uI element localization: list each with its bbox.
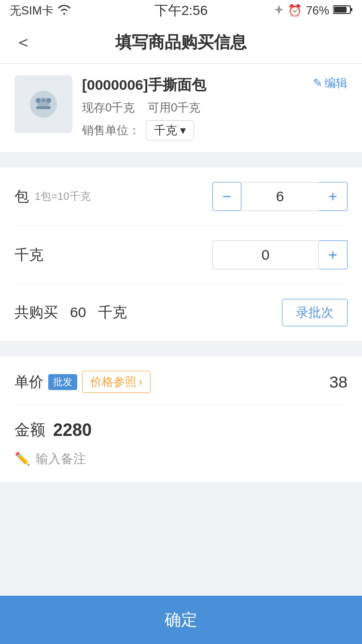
product-stock: 现存0千克 可用0千克 bbox=[82, 100, 348, 115]
total-row: 共购买 60 千克 录批次 bbox=[0, 284, 362, 341]
amount-label: 金额 bbox=[14, 420, 45, 441]
price-row: 单价 批发 价格参照 › 38 bbox=[14, 371, 348, 405]
bag-quantity-controls: − + bbox=[212, 182, 348, 211]
location-icon bbox=[274, 4, 284, 17]
bag-label: 包 1包=10千克 bbox=[14, 187, 91, 207]
kg-label: 千克 bbox=[14, 245, 43, 265]
kg-increment-button[interactable]: + bbox=[319, 240, 348, 269]
remark-label: 输入备注 bbox=[36, 450, 86, 467]
chevron-down-icon: ▾ bbox=[180, 124, 186, 137]
price-label: 单价 批发 价格参照 › bbox=[14, 371, 151, 393]
separator-1 bbox=[0, 160, 362, 168]
bag-decrement-button[interactable]: − bbox=[212, 182, 241, 211]
kg-quantity-row: 千克 + bbox=[14, 226, 348, 284]
page-title: 填写商品购买信息 bbox=[115, 31, 247, 54]
quantity-section: 包 1包=10千克 − + 千克 + bbox=[0, 168, 362, 284]
chevron-right-icon: › bbox=[139, 375, 142, 389]
status-bar: 无SIM卡 下午2:56 ⏰ 76% bbox=[0, 0, 362, 21]
product-unit-row: 销售单位： 千克 ▾ bbox=[82, 120, 348, 140]
nav-bar: ＜ 填写商品购买信息 bbox=[0, 21, 362, 64]
bag-increment-button[interactable]: + bbox=[319, 182, 348, 211]
wifi-icon bbox=[57, 4, 71, 17]
svg-point-5 bbox=[36, 98, 41, 103]
svg-rect-8 bbox=[36, 106, 51, 109]
svg-point-6 bbox=[46, 98, 51, 103]
confirm-bar[interactable]: 确定 bbox=[0, 596, 362, 644]
price-value: 38 bbox=[329, 373, 348, 392]
status-time: 下午2:56 bbox=[154, 1, 208, 20]
svg-rect-2 bbox=[334, 7, 347, 13]
confirm-text: 确定 bbox=[165, 609, 197, 631]
batch-button[interactable]: 录批次 bbox=[282, 299, 348, 326]
product-name: [0000006]手撕面包 bbox=[82, 75, 206, 95]
product-image bbox=[14, 75, 72, 133]
product-card: [0000006]手撕面包 ✎ 编辑 现存0千克 可用0千克 销售单位： 千克 … bbox=[0, 64, 362, 152]
battery-text: 76% bbox=[306, 4, 329, 17]
total-text: 共购买 60 千克 bbox=[14, 303, 127, 322]
pencil-icon: ✏️ bbox=[14, 451, 30, 466]
remark-row[interactable]: ✏️ 输入备注 bbox=[14, 450, 348, 467]
bag-quantity-input[interactable] bbox=[241, 182, 319, 211]
status-left: 无SIM卡 bbox=[10, 3, 71, 18]
edit-icon: ✎ bbox=[313, 76, 322, 90]
amount-value: 2280 bbox=[53, 420, 92, 440]
status-right: ⏰ 76% bbox=[274, 4, 352, 17]
amount-row: 金额 2280 bbox=[14, 420, 348, 441]
edit-button[interactable]: ✎ 编辑 bbox=[313, 75, 348, 91]
price-section: 单价 批发 价格参照 › 38 bbox=[0, 356, 362, 405]
alarm-icon: ⏰ bbox=[288, 4, 302, 17]
battery-icon bbox=[333, 4, 352, 17]
price-badge: 批发 bbox=[48, 374, 77, 390]
back-button[interactable]: ＜ bbox=[14, 30, 32, 54]
separator-2 bbox=[0, 349, 362, 356]
total-value: 60 bbox=[70, 304, 86, 320]
bag-hint: 1包=10千克 bbox=[35, 189, 91, 204]
product-info: [0000006]手撕面包 ✎ 编辑 现存0千克 可用0千克 销售单位： 千克 … bbox=[82, 75, 348, 140]
price-ref-button[interactable]: 价格参照 › bbox=[82, 371, 151, 393]
svg-point-7 bbox=[42, 99, 45, 102]
kg-quantity-controls: + bbox=[212, 240, 348, 269]
amount-section: 金额 2280 ✏️ 输入备注 bbox=[0, 405, 362, 482]
unit-select[interactable]: 千克 ▾ bbox=[146, 120, 194, 140]
kg-quantity-input[interactable] bbox=[212, 240, 319, 269]
bag-quantity-row: 包 1包=10千克 − + bbox=[14, 168, 348, 226]
svg-rect-1 bbox=[350, 8, 352, 11]
carrier-text: 无SIM卡 bbox=[10, 3, 54, 18]
